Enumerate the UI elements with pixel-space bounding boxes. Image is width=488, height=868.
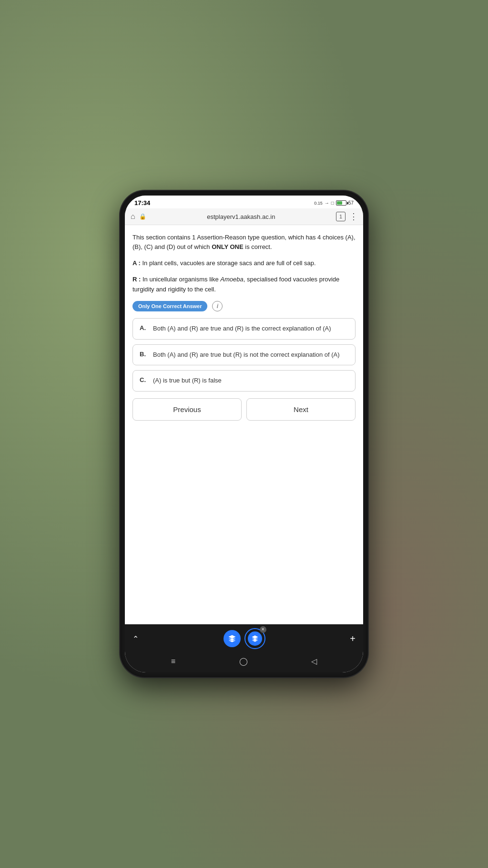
phone-screen: 17:34 0.15 → □ 57 ⌂ 🔒 estplayerv1.aakash… <box>125 196 363 672</box>
lock-icon: 🔒 <box>139 213 146 220</box>
tab-count[interactable]: 1 <box>336 212 346 221</box>
option-c[interactable]: C. (A) is true but (R) is false <box>132 370 356 392</box>
bottom-app-nav: ⌃ + <box>125 624 363 653</box>
assertion-label: A : <box>132 259 142 267</box>
option-a-letter: A. <box>140 324 148 331</box>
reason-text: In unicellular organisms like Amoeba, sp… <box>132 276 339 292</box>
nav-left: ⌃ <box>132 634 139 643</box>
option-c-letter: C. <box>140 376 148 383</box>
option-b[interactable]: B. Both (A) and (R) are true but (R) is … <box>132 344 356 366</box>
previous-button[interactable]: Previous <box>132 398 242 421</box>
main-content: This section contains 1 Assertion-Reason… <box>125 225 363 624</box>
battery-percent: 57 <box>348 200 354 206</box>
back-button[interactable]: ◁ <box>311 657 317 666</box>
option-a[interactable]: A. Both (A) and (R) are true and (R) is … <box>132 318 356 340</box>
app-icon-1[interactable] <box>224 630 241 647</box>
chevron-up-icon[interactable]: ⌃ <box>132 634 139 643</box>
option-a-text: Both (A) and (R) are true and (R) is the… <box>153 324 331 333</box>
options-container: A. Both (A) and (R) are true and (R) is … <box>132 318 356 392</box>
signal-icon: → <box>325 200 329 206</box>
home-icon[interactable]: ⌂ <box>131 212 135 221</box>
phone-device: 17:34 0.15 → □ 57 ⌂ 🔒 estplayerv1.aakash… <box>120 191 368 677</box>
app-icon-2-inner <box>248 631 262 646</box>
next-button[interactable]: Next <box>246 398 356 421</box>
battery-icon <box>336 200 346 206</box>
home-button[interactable]: ◯ <box>239 657 248 666</box>
assertion-text: In plant cells, vacuoles are storage sac… <box>142 259 315 267</box>
reason-block: R : In unicellular organisms like Amoeba… <box>132 275 356 294</box>
browser-bar: ⌂ 🔒 estplayerv1.aakash.ac.in 1 ⋮ <box>125 208 363 225</box>
status-time: 17:34 <box>134 199 150 207</box>
intro-text: This section contains 1 Assertion-Reason… <box>132 234 356 250</box>
assertion-block: A : In plant cells, vacuoles are storage… <box>132 258 356 268</box>
system-nav: ≡ ◯ ◁ <box>125 653 363 672</box>
answer-type-badge: Only One Correct Answer <box>132 301 207 311</box>
option-c-text: (A) is true but (R) is false <box>153 376 222 385</box>
browser-menu-icon[interactable]: ⋮ <box>349 211 357 222</box>
nav-center <box>224 628 265 649</box>
screen-icon: □ <box>331 200 334 206</box>
menu-button[interactable]: ≡ <box>171 657 175 666</box>
info-icon[interactable]: i <box>212 301 223 311</box>
question-intro: This section contains 1 Assertion-Reason… <box>132 233 356 252</box>
browser-url[interactable]: estplayerv1.aakash.ac.in <box>150 213 332 220</box>
option-b-letter: B. <box>140 351 148 358</box>
battery-fill <box>337 201 342 205</box>
nav-buttons: Previous Next <box>132 398 356 424</box>
option-b-text: Both (A) and (R) are true but (R) is not… <box>153 351 340 360</box>
status-icons: 0.15 → □ 57 <box>314 200 354 206</box>
nav-right[interactable]: + <box>350 633 356 644</box>
status-bar: 17:34 0.15 → □ 57 <box>125 196 363 208</box>
data-speed-label: 0.15 <box>314 201 323 206</box>
badge-row: Only One Correct Answer i <box>132 301 223 311</box>
reason-label: R : <box>132 276 142 283</box>
app-icon-2[interactable] <box>244 628 265 649</box>
